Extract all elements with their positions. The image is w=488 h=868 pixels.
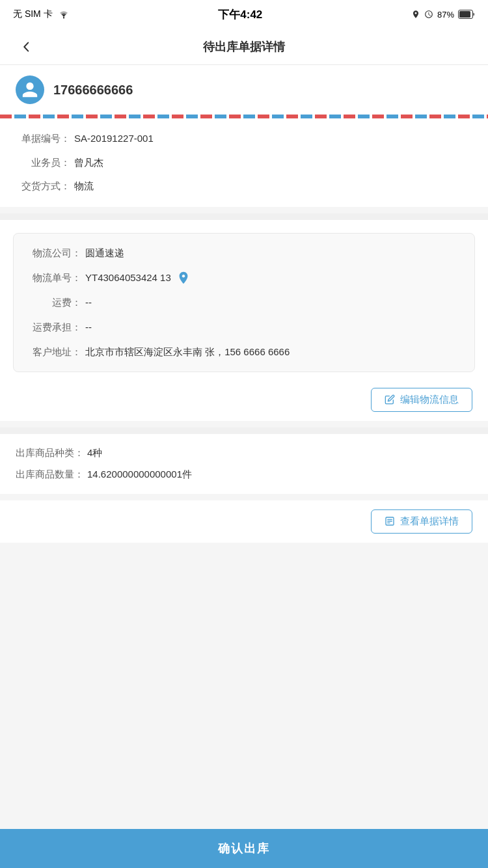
goods-quantity-label: 出库商品数量：	[16, 468, 87, 481]
edit-btn-label: 编辑物流信息	[400, 394, 459, 406]
salesperson-label: 业务员：	[16, 156, 74, 170]
back-button[interactable]	[13, 34, 39, 60]
confirm-btn-container: 确认出库	[0, 829, 488, 868]
freight-bearer-value: --	[85, 319, 461, 335]
freight-label: 运费：	[27, 295, 85, 310]
alarm-icon	[424, 10, 433, 19]
goods-quantity-value: 14.620000000000001件	[87, 468, 472, 481]
status-time: 下午4:42	[218, 7, 262, 22]
order-number-value: SA-20191227-001	[74, 131, 472, 146]
location-active-icon	[411, 10, 420, 19]
address-row: 客户地址： 北京市市辖区海淀区永丰南 张，156 6666 6666	[27, 344, 461, 360]
map-location-icon[interactable]	[176, 271, 191, 285]
goods-section: 出库商品种类： 4种 出库商品数量： 14.620000000000001件	[0, 434, 488, 494]
empty-area	[0, 549, 488, 679]
address-label: 客户地址：	[27, 344, 85, 360]
tracking-number-value: YT43064053424 13	[85, 270, 461, 286]
edit-logistics-button[interactable]: 编辑物流信息	[371, 388, 472, 412]
order-number-row: 单据编号： SA-20191227-001	[16, 131, 472, 146]
order-info-section: 单据编号： SA-20191227-001 业务员： 曾凡杰 交货方式： 物流	[0, 118, 488, 207]
logistics-card: 物流公司： 圆通速递 物流单号： YT43064053424 13 运费： --…	[13, 233, 475, 372]
section-gap-2	[0, 427, 488, 434]
battery-text: 87%	[437, 10, 454, 20]
confirm-button[interactable]: 确认出库	[218, 841, 270, 856]
wifi-icon	[58, 10, 70, 19]
nav-bar: 待出库单据详情	[0, 29, 488, 65]
carrier-text: 无 SIM 卡	[13, 8, 53, 20]
view-details-button[interactable]: 查看单据详情	[371, 509, 472, 534]
delivery-method-row: 交货方式： 物流	[16, 179, 472, 194]
freight-bearer-row: 运费承担： --	[27, 319, 461, 335]
status-bar: 无 SIM 卡 下午4:42 87%	[0, 0, 488, 29]
svg-rect-2	[459, 11, 470, 18]
logistics-company-label: 物流公司：	[27, 245, 85, 261]
status-right: 87%	[411, 10, 475, 20]
goods-type-value: 4种	[87, 447, 472, 459]
delivery-method-value: 物流	[74, 179, 472, 194]
salesperson-row: 业务员： 曾凡杰	[16, 156, 472, 170]
freight-value: --	[85, 295, 461, 310]
battery-icon	[458, 10, 475, 19]
tracking-number-label: 物流单号：	[27, 270, 85, 286]
address-value: 北京市市辖区海淀区永丰南 张，156 6666 6666	[85, 344, 461, 360]
tracking-number-text: YT43064053424 13	[85, 270, 171, 286]
goods-type-label: 出库商品种类：	[16, 447, 87, 459]
delivery-method-label: 交货方式：	[16, 179, 74, 194]
svg-point-0	[63, 17, 64, 18]
customer-phone: 17666666666	[53, 83, 133, 98]
customer-section: 17666666666	[0, 65, 488, 115]
section-gap-1	[0, 213, 488, 220]
view-btn-label: 查看单据详情	[400, 515, 459, 528]
logistics-company-value: 圆通速递	[85, 245, 461, 261]
goods-quantity-row: 出库商品数量： 14.620000000000001件	[16, 468, 472, 481]
edit-btn-container: 编辑物流信息	[0, 379, 488, 421]
person-icon	[21, 81, 39, 99]
document-icon	[385, 516, 395, 526]
goods-type-row: 出库商品种类： 4种	[16, 447, 472, 459]
order-number-label: 单据编号：	[16, 131, 74, 146]
page-title: 待出库单据详情	[39, 39, 449, 55]
freight-row: 运费： --	[27, 295, 461, 310]
status-left: 无 SIM 卡	[13, 8, 70, 20]
avatar	[16, 75, 44, 104]
freight-bearer-label: 运费承担：	[27, 319, 85, 335]
tracking-number-row: 物流单号： YT43064053424 13	[27, 270, 461, 286]
salesperson-value: 曾凡杰	[74, 156, 472, 170]
edit-icon	[385, 394, 395, 405]
view-btn-container: 查看单据详情	[0, 500, 488, 543]
logistics-company-row: 物流公司： 圆通速递	[27, 245, 461, 261]
